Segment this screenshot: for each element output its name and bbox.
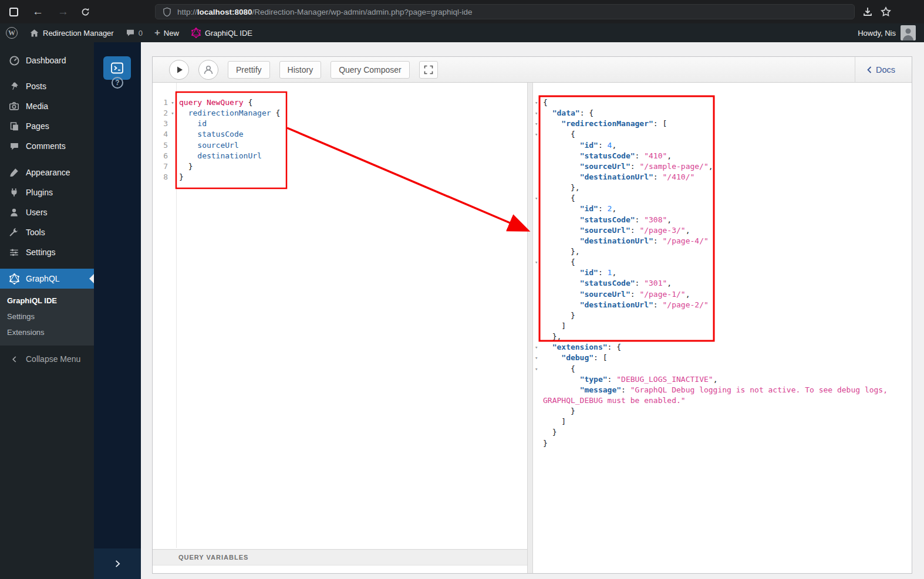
line-number: 2 (153, 108, 169, 118)
result-code-line: "type": "DEBUG_LOGS_INACTIVE", (533, 374, 912, 385)
result-code-line: "statusCode": "410", (533, 151, 912, 161)
query-composer-button[interactable]: Query Composer (331, 61, 410, 79)
howdy-text: Howdy, Nis (858, 29, 896, 38)
plus-icon: + (154, 27, 160, 39)
current-menu-arrow (85, 274, 94, 283)
collapse-menu-button[interactable]: Collapse Menu (0, 349, 94, 369)
forward-button[interactable]: → (58, 0, 69, 23)
drawer-expand-button[interactable] (94, 548, 141, 579)
fold-toggle-icon[interactable]: ▾ (169, 108, 176, 118)
new-content-button[interactable]: + New (149, 23, 185, 42)
query-variables-label: QUERY VARIABLES (178, 554, 248, 561)
submenu-item-graphiql-ide[interactable]: GraphiQL IDE (0, 293, 94, 309)
comments-bubble-button[interactable]: 0 (120, 23, 149, 42)
result-code-line: "statusCode": "301", (533, 278, 912, 289)
plugins-plug-icon (8, 187, 20, 198)
pages-icon (8, 121, 20, 131)
query-code-line: 1▾query NewQuery { (153, 97, 527, 108)
query-editor[interactable]: 1▾query NewQuery {2▾ redirectionManager … (153, 83, 527, 573)
sidebar-item-settings[interactable]: Settings (0, 242, 94, 262)
result-code-line: "destinationUrl": "/410/" (533, 172, 912, 182)
sidebar-item-graphql[interactable]: GraphQL (0, 269, 94, 289)
fold-gutter (169, 118, 176, 129)
history-button[interactable]: History (279, 61, 322, 79)
result-code-line: } (533, 427, 912, 438)
bookmark-star-icon[interactable] (880, 6, 892, 18)
sidebar-item-comments[interactable]: Comments (0, 136, 94, 156)
help-button[interactable]: ? (112, 77, 123, 89)
fold-toggle-icon[interactable]: ▾ (535, 193, 542, 204)
fold-toggle-icon[interactable]: ▾ (535, 97, 542, 108)
submenu-item-extensions[interactable]: Extensions (0, 324, 94, 340)
fullscreen-button[interactable] (419, 61, 438, 79)
sidebar-item-pages[interactable]: Pages (0, 116, 94, 136)
fold-toggle-icon[interactable]: ▾ (535, 129, 542, 140)
fold-gutter (169, 151, 176, 161)
query-code-line: 8} (153, 172, 527, 182)
result-code-line: "id": 4, (533, 140, 912, 151)
sidebar-item-users[interactable]: Users (0, 202, 94, 222)
submenu-item-settings[interactable]: Settings (0, 309, 94, 324)
query-code-line: 5 sourceUrl (153, 140, 527, 151)
result-code-line: "id": 2, (533, 204, 912, 214)
result-code-line: "statusCode": "308", (533, 215, 912, 225)
result-code-line: ▾ "redirectionManager": [ (533, 118, 912, 129)
fold-toggle-icon[interactable]: ▾ (535, 257, 542, 268)
sidebar-item-plugins[interactable]: Plugins (0, 182, 94, 202)
appearance-brush-icon (8, 167, 20, 178)
result-code-line: ▾ "data": { (533, 108, 912, 118)
line-number: 8 (153, 172, 169, 182)
graphql-icon (8, 273, 20, 285)
fold-gutter (169, 161, 176, 172)
tabs-icon[interactable] (9, 8, 18, 16)
main-content: Prettify History Query Composer Docs 1▾q… (141, 42, 924, 579)
fold-toggle-icon[interactable]: ▾ (535, 342, 542, 353)
fold-toggle-icon[interactable]: ▾ (535, 364, 542, 374)
query-code-line: 7 } (153, 161, 527, 172)
result-code-line: ▾ { (533, 193, 912, 204)
sidebar-item-tools[interactable]: Tools (0, 222, 94, 242)
query-variables-bar[interactable]: QUERY VARIABLES (153, 549, 527, 566)
graphiql-ide-menu-button[interactable]: GraphiQL IDE (185, 23, 258, 42)
docs-button[interactable]: Docs (855, 57, 912, 83)
query-code-line: 4 statusCode (153, 129, 527, 140)
fold-toggle-icon[interactable]: ▾ (535, 118, 542, 129)
settings-sliders-icon (8, 247, 20, 258)
result-code-line: ] (533, 417, 912, 427)
wp-admin-bar: W Redirection Manager 0 + New GraphiQL I… (0, 23, 924, 42)
line-number: 7 (153, 161, 169, 172)
fold-toggle-icon[interactable]: ▾ (169, 97, 176, 108)
line-number: 6 (153, 151, 169, 161)
graphiql-activity-bar: ? (94, 42, 141, 579)
auth-avatar-button[interactable] (198, 60, 218, 80)
result-code-line: ▾ { (533, 129, 912, 140)
query-code-line: 6 destinationUrl (153, 151, 527, 161)
url-bar[interactable]: http://localhost:8080/Redirection-Manage… (155, 4, 855, 19)
execute-query-button[interactable] (169, 60, 189, 80)
sidebar-item-appearance[interactable]: Appearance (0, 162, 94, 182)
site-home-link[interactable]: Redirection Manager (23, 23, 120, 42)
howdy-account-button[interactable]: Howdy, Nis (858, 25, 924, 40)
result-code-line: "sourceUrl": "/sample-page/", (533, 161, 912, 172)
prettify-button[interactable]: Prettify (228, 61, 270, 79)
result-viewer[interactable]: ▾{▾ "data": {▾ "redirectionManager": [▾ … (533, 83, 912, 573)
line-number: 3 (153, 118, 169, 129)
download-icon[interactable] (862, 6, 874, 18)
sidebar-item-dashboard[interactable]: Dashboard (0, 50, 94, 70)
sidebar-item-media[interactable]: Media (0, 96, 94, 116)
fold-gutter (169, 140, 176, 151)
line-number: 5 (153, 140, 169, 151)
fold-toggle-icon[interactable]: ▾ (535, 108, 542, 118)
pane-resize-handle[interactable] (527, 83, 533, 573)
fold-toggle-icon[interactable]: ▾ (535, 353, 542, 363)
back-button[interactable]: ← (32, 0, 43, 23)
result-code-line: } (533, 310, 912, 321)
reload-button[interactable] (80, 7, 90, 17)
sidebar-item-posts[interactable]: Posts (0, 76, 94, 96)
result-code-line: "destinationUrl": "/page-4/" (533, 236, 912, 246)
wp-admin-sidebar: Dashboard Posts Media Pages Comments App… (0, 42, 94, 579)
wordpress-logo-button[interactable]: W (0, 23, 23, 42)
graphiql-toolbar: Prettify History Query Composer Docs (153, 57, 912, 83)
comments-icon (8, 141, 20, 151)
ide-launcher-button[interactable] (103, 56, 131, 80)
